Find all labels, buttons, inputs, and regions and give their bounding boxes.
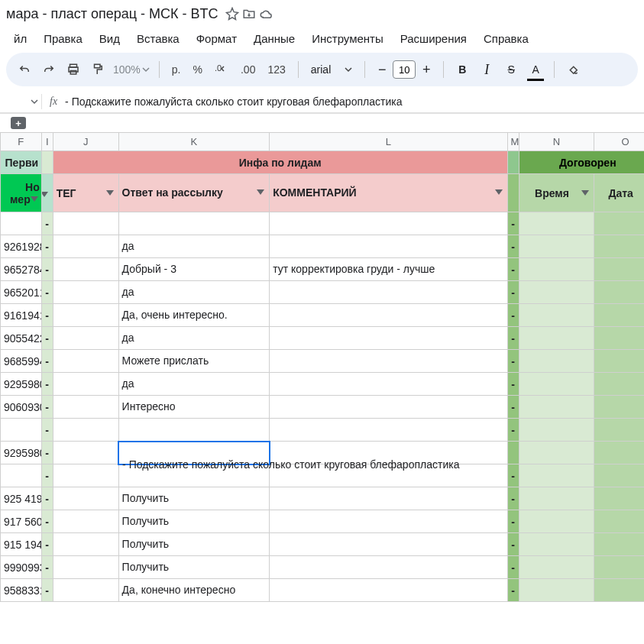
cell[interactable]: 9652784 [1,258,42,281]
cell[interactable]: - [507,533,519,556]
cell[interactable]: - [507,350,519,373]
cell[interactable]: - [41,327,53,350]
col-F-header[interactable]: F [1,133,42,151]
table-row[interactable]: -- [1,212,645,235]
cell[interactable] [594,442,644,464]
table-row[interactable]: 917 560-Получить- [1,510,645,533]
table-row[interactable]: 9685994-Можете прислать- [1,350,645,373]
cell[interactable] [594,487,644,510]
cell[interactable]: Можете прислать [118,350,270,373]
cell[interactable]: - [41,579,53,602]
hdr2-K[interactable]: Ответ на рассылку [118,174,270,212]
cell[interactable]: - [507,396,519,419]
strike-button[interactable]: S [500,59,522,80]
cell[interactable] [519,510,594,533]
move-folder-icon[interactable] [241,5,257,22]
cell[interactable] [519,419,594,442]
cell[interactable]: 925 419 [1,487,42,510]
filter-icon[interactable] [106,190,114,196]
cell[interactable]: Получить [118,510,270,533]
cell[interactable]: - [41,281,53,304]
cell[interactable]: Получить [118,556,270,579]
cell[interactable] [270,304,507,327]
cell[interactable]: - [507,487,519,510]
cell[interactable] [53,350,118,373]
cell[interactable]: - [41,396,53,419]
cell[interactable] [270,281,507,304]
cell[interactable]: 9161941 [1,304,42,327]
cell[interactable] [594,510,644,533]
cell[interactable] [1,212,42,235]
cell[interactable] [594,212,644,235]
menu-edit[interactable]: Правка [36,29,90,48]
menu-data[interactable]: Данные [246,29,303,48]
fill-color-button[interactable] [562,59,584,80]
table-row[interactable]: 9295980- - Подскажите пожалуйста сколько… [1,442,645,464]
table-row[interactable]: 9295980-да- [1,373,645,396]
menu-format[interactable]: Формат [189,29,244,48]
cell[interactable] [53,533,118,556]
table-row[interactable]: -- [1,419,645,442]
percent-button[interactable]: % [189,63,207,76]
cell[interactable] [53,281,118,304]
paint-format-icon[interactable] [87,59,108,80]
font-size-increase[interactable]: + [417,60,435,79]
bold-button[interactable]: B [451,59,473,80]
cell[interactable] [53,579,118,602]
cell[interactable]: 9060930 [1,396,42,419]
cell[interactable] [519,327,594,350]
col-N-header[interactable]: N [519,133,594,151]
cell[interactable] [519,258,594,281]
formula-text[interactable]: - Подскажите пожалуйста сколько стоит кр… [65,95,402,108]
cell[interactable]: - [507,579,519,602]
cell[interactable]: Получить [118,533,270,556]
cell[interactable] [53,304,118,327]
cell[interactable]: да [118,373,270,396]
cell[interactable] [270,419,507,442]
hdr2-J[interactable]: ТЕГ [53,174,118,212]
cell[interactable] [270,373,507,396]
filter-icon[interactable] [41,192,48,197]
cell[interactable] [53,258,118,281]
cell[interactable]: - [507,373,519,396]
cell[interactable] [270,212,507,235]
cell[interactable]: - [41,533,53,556]
cell[interactable] [519,350,594,373]
cell[interactable] [270,487,507,510]
cell[interactable]: - [507,304,519,327]
cell[interactable] [270,579,507,602]
cell[interactable]: - [41,556,53,579]
col-J-header[interactable]: J [53,133,118,151]
cell[interactable] [118,419,270,442]
star-icon[interactable] [224,5,241,22]
col-M-header[interactable]: M [507,133,519,151]
cell[interactable] [594,464,644,487]
cell[interactable] [594,350,644,373]
add-column-button[interactable]: + [11,117,26,129]
hdr2-N[interactable]: Время [519,174,594,212]
hdr2-O[interactable]: Дата [594,174,644,212]
cloud-icon[interactable] [257,5,274,22]
cell[interactable]: - [41,304,53,327]
cell[interactable]: - [507,258,519,281]
font-selector[interactable]: arial [306,63,357,76]
cell[interactable] [519,373,594,396]
cell[interactable]: тут корректировка груди - лучше [270,258,507,281]
undo-icon[interactable] [14,59,35,80]
filter-icon[interactable] [31,196,38,202]
table-row[interactable]: 9990993-Получить- [1,556,645,579]
cell[interactable] [53,396,118,419]
cell[interactable] [270,327,507,350]
font-size-decrease[interactable]: − [373,60,391,79]
col-O-header[interactable]: O [594,133,644,151]
menu-tools[interactable]: Инструменты [304,29,391,48]
cell[interactable] [594,235,644,258]
cell[interactable] [519,281,594,304]
cell[interactable]: 9261928 [1,235,42,258]
cell[interactable] [53,235,118,258]
cell[interactable]: 9295980 [1,442,42,464]
cell[interactable]: - [507,419,519,442]
table-row[interactable]: 9652011-да- [1,281,645,304]
menu-file[interactable]: йл [6,29,34,48]
menu-extensions[interactable]: Расширения [393,29,474,48]
